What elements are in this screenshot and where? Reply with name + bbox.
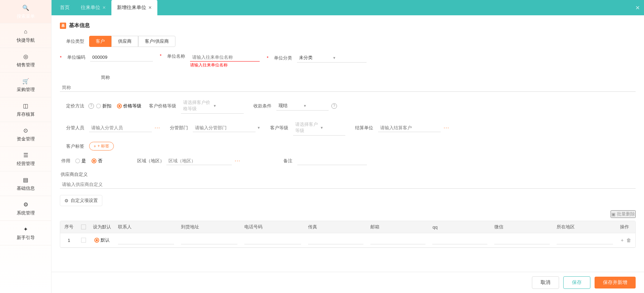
- remark-input[interactable]: [297, 157, 367, 165]
- radio-disable-yes[interactable]: 是: [75, 158, 86, 164]
- inventory-icon: ◫: [22, 101, 30, 110]
- code-field: [90, 53, 153, 62]
- table-header-row: 序号 设为默认 联系人 到货地址 电话号码 传真 邮箱 qq 微信 所在地区 操…: [60, 221, 635, 233]
- batch-delete-button[interactable]: ▣ 批量删除: [611, 210, 636, 218]
- payment-help-icon[interactable]: ?: [331, 103, 337, 109]
- sidebar-item-ops[interactable]: ☰ 经营管理: [0, 147, 51, 171]
- tab-home[interactable]: 首页: [54, 0, 75, 15]
- sidebar-item-guide[interactable]: ✦ 新手引导: [0, 221, 51, 245]
- dept-input[interactable]: [193, 124, 256, 132]
- code-input[interactable]: [90, 53, 153, 62]
- disable-radio-group: 是 否: [75, 158, 102, 164]
- sidebar-item-basic[interactable]: ▤ 基础信息: [0, 171, 51, 196]
- batch-delete-icon: ▣: [611, 212, 615, 217]
- cell-fax[interactable]: [305, 233, 367, 247]
- radio-price-level[interactable]: 价格等级: [117, 103, 141, 109]
- row-delete-btn[interactable]: 🗑: [626, 237, 632, 244]
- section-icon: 基: [60, 23, 66, 29]
- cell-phone[interactable]: [241, 233, 304, 247]
- customer-price-chevron: ▼: [213, 104, 242, 108]
- settlement-label: 结算单位: [352, 125, 373, 131]
- sidebar-item-system[interactable]: ⚙ 系统管理: [0, 196, 51, 221]
- batch-delete-label: 批量删除: [617, 211, 635, 217]
- customer-level-select[interactable]: 请选择客户等级 ▼: [293, 120, 345, 136]
- purchase-icon: 🛒: [22, 77, 30, 85]
- settlement-input[interactable]: [378, 124, 441, 132]
- region-input[interactable]: [166, 157, 232, 165]
- radio-discount-label: 折扣: [102, 103, 111, 109]
- tab-label: 新增往来单位: [117, 5, 146, 11]
- sidebar-item-search[interactable]: 🔍 搜索菜单: [0, 0, 51, 23]
- name-input[interactable]: [190, 53, 260, 62]
- default-label: 默认: [101, 237, 110, 243]
- tag-plus: +: [94, 144, 96, 149]
- row-checkbox[interactable]: [81, 238, 86, 243]
- customer-level-label: 客户等级: [267, 125, 288, 131]
- sales-icon: ◎: [22, 52, 30, 60]
- tab-close-partners[interactable]: ✕: [102, 5, 106, 10]
- home-icon: ⌂: [22, 27, 30, 36]
- sidebar-item-label: 系统管理: [17, 210, 35, 216]
- tab-partners[interactable]: 往来单位 ✕: [75, 0, 111, 15]
- custom-settings-button[interactable]: ⚙ 自定义项设置: [60, 195, 102, 206]
- tab-bar: 首页 往来单位 ✕ 新增往来单位 ✕ ✕: [52, 0, 644, 15]
- default-radio[interactable]: [94, 238, 99, 243]
- finance-icon: ⊙: [22, 126, 30, 135]
- custom-settings-label: 自定义项设置: [71, 197, 98, 204]
- ops-icon: ☰: [22, 151, 30, 159]
- short-name-input[interactable]: [60, 83, 636, 92]
- supplier-custom-input[interactable]: [60, 180, 636, 189]
- sidebar: 🔍 搜索菜单 ⌂ 快捷导航 ◎ 销售管理 🛒 采购管理 ◫ 库存核算 ⊙ 资金管…: [0, 0, 52, 293]
- sidebar-item-purchase[interactable]: 🛒 采购管理: [0, 73, 51, 97]
- cell-region[interactable]: [553, 233, 616, 247]
- sidebar-item-finance[interactable]: ⊙ 资金管理: [0, 122, 51, 147]
- col-qq: qq: [429, 221, 490, 233]
- payment-select[interactable]: 现结 ▼: [276, 101, 329, 111]
- settings-icon: ⚙: [64, 198, 69, 203]
- manager-label: 分管人员: [60, 125, 84, 131]
- pricing-radio-group: 折扣 价格等级: [96, 103, 141, 109]
- add-tag-button[interactable]: + + 标签: [89, 142, 114, 150]
- cell-contact[interactable]: [115, 233, 178, 247]
- pricing-help-icon[interactable]: ?: [88, 103, 94, 109]
- unit-btn-customer[interactable]: 客户: [89, 36, 111, 47]
- unit-btn-both[interactable]: 客户/供应商: [138, 36, 175, 47]
- manager-input[interactable]: [89, 124, 152, 132]
- cell-checkbox[interactable]: [78, 233, 89, 247]
- table-row: 1 默认: [60, 233, 635, 247]
- save-button[interactable]: 保存: [563, 276, 590, 289]
- col-phone: 电话号码: [241, 221, 304, 233]
- save-new-button[interactable]: 保存并新增: [595, 277, 636, 288]
- radio-disable-no[interactable]: 否: [92, 158, 102, 164]
- category-select[interactable]: 未分类 ▼: [297, 53, 367, 63]
- cell-address[interactable]: [178, 233, 241, 247]
- customer-level-chevron: ▼: [320, 126, 343, 130]
- tab-new-partner[interactable]: 新增往来单位 ✕: [111, 0, 157, 15]
- dept-label: 分管部门: [167, 125, 188, 131]
- cancel-button[interactable]: 取消: [532, 276, 559, 289]
- sidebar-item-inventory[interactable]: ◫ 库存核算: [0, 97, 51, 122]
- sidebar-item-label: 搜索菜单: [17, 13, 35, 19]
- name-field: 请输入往来单位名称: [190, 53, 260, 68]
- settlement-dots[interactable]: ···: [443, 125, 449, 131]
- unit-btn-supplier[interactable]: 供应商: [111, 36, 138, 47]
- close-all-tabs[interactable]: ✕: [635, 5, 640, 11]
- radio-discount[interactable]: 折扣: [96, 103, 111, 109]
- form-content: 基 基本信息 单位类型 客户 供应商 客户/供应商 * 单位编码 * 单: [52, 15, 644, 272]
- sidebar-item-label: 资金管理: [17, 136, 35, 142]
- row-add-btn[interactable]: +: [620, 237, 624, 244]
- tab-close-new-partner[interactable]: ✕: [148, 5, 152, 10]
- sidebar-item-sales[interactable]: ◎ 销售管理: [0, 48, 51, 73]
- cell-qq[interactable]: [429, 233, 490, 247]
- contacts-table: 序号 设为默认 联系人 到货地址 电话号码 传真 邮箱 qq 微信 所在地区 操…: [60, 221, 635, 247]
- sidebar-item-label: 基础信息: [17, 185, 35, 192]
- region-dots[interactable]: ···: [235, 158, 240, 164]
- sidebar-item-quicknav[interactable]: ⌂ 快捷导航: [0, 23, 51, 48]
- unit-type-row: 单位类型 客户 供应商 客户/供应商: [60, 36, 636, 47]
- manager-dots[interactable]: ···: [155, 125, 160, 131]
- radio-discount-circle: [96, 104, 101, 108]
- cell-wechat[interactable]: [491, 233, 553, 247]
- unit-type-label: 单位类型: [60, 38, 84, 44]
- cell-email[interactable]: [367, 233, 429, 247]
- customer-price-select[interactable]: 请选择客户价格等级 ▼: [181, 98, 244, 114]
